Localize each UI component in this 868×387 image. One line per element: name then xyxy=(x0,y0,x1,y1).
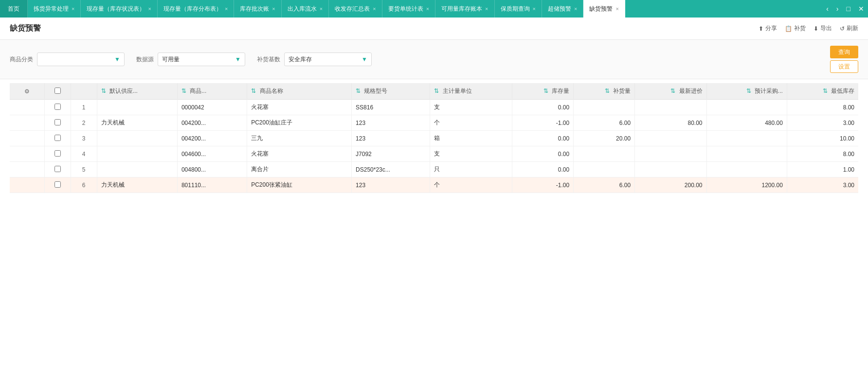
tab-7-label: 要货单统计表 xyxy=(388,5,423,13)
tab-5[interactable]: 出入库流水 × xyxy=(282,0,329,18)
row-latest-price-cell xyxy=(635,162,706,177)
share-icon: ⬆ xyxy=(759,25,763,32)
row-spec-cell: J7092 xyxy=(352,146,430,162)
tab-7-close[interactable]: × xyxy=(426,6,429,12)
refresh-button[interactable]: ↺ 刷新 xyxy=(840,24,858,33)
row-checkbox-3[interactable] xyxy=(54,150,61,157)
tab-4[interactable]: 库存批次账 × xyxy=(234,0,281,18)
tab-8-close[interactable]: × xyxy=(485,6,488,12)
row-code-cell: 004600... xyxy=(177,146,247,162)
row-checkbox-2[interactable] xyxy=(54,135,61,141)
tab-1[interactable]: 拣货异常处理 × xyxy=(28,0,81,18)
th-num xyxy=(71,83,97,100)
row-settings-cell xyxy=(10,162,45,177)
row-spec-cell: 123 xyxy=(352,177,430,193)
tab-next-button[interactable]: › xyxy=(832,0,843,18)
tab-3[interactable]: 现存量（库存分布表） × xyxy=(158,0,234,18)
tab-9[interactable]: 保质期查询 × xyxy=(495,0,542,18)
tab-6-label: 收发存汇总表 xyxy=(335,5,370,13)
row-replenish-cell: 20.00 xyxy=(574,131,635,146)
tab-close-all-button[interactable]: ✕ xyxy=(854,0,868,18)
row-checkbox-4[interactable] xyxy=(54,166,61,172)
query-button[interactable]: 查询 xyxy=(830,46,858,58)
tab-10-label: 超储预警 xyxy=(548,5,571,13)
filter-bar: 商品分类 ▼ 数据源 可用量 ▼ 补货基数 安全库存 ▼ 查询 设置 xyxy=(0,40,868,79)
tab-11[interactable]: 缺货预警 × xyxy=(583,0,625,18)
row-unit-cell: 支 xyxy=(430,146,512,162)
replenish-label: 补货 xyxy=(794,24,806,33)
export-button[interactable]: ⬇ 导出 xyxy=(814,24,832,33)
replenish-base-label: 补货基数 xyxy=(257,55,280,64)
page-title: 缺货预警 xyxy=(10,23,759,34)
replenish-base-arrow-icon: ▼ xyxy=(362,56,367,63)
table-row: 2 力天机械 004200... PC200油缸庄子 123 个 -1.00 6… xyxy=(10,115,858,131)
row-checkbox-0[interactable] xyxy=(54,104,61,110)
replenish-icon: 📋 xyxy=(785,25,792,32)
tab-3-close[interactable]: × xyxy=(225,6,228,12)
replenish-base-select[interactable]: 安全库存 ▼ xyxy=(284,53,372,66)
row-spec-cell: SS816 xyxy=(352,100,430,115)
tab-5-close[interactable]: × xyxy=(320,6,323,12)
data-table: ⚙ ⇅ 默认供应... ⇅ 商品... ⇅ xyxy=(10,83,858,193)
tab-2[interactable]: 现存量（库存状况表） × xyxy=(81,0,157,18)
row-checkbox-cell xyxy=(45,115,71,131)
th-est-purchase: ⇅ 预计采购... xyxy=(706,83,787,100)
select-all-checkbox[interactable] xyxy=(54,88,61,94)
tab-6-close[interactable]: × xyxy=(373,6,376,12)
sort-icon-5: ⇅ xyxy=(434,88,439,94)
tab-restore-button[interactable]: □ xyxy=(843,0,854,18)
th-spec: ⇅ 规格型号 xyxy=(352,83,430,100)
row-code-cell: 004200... xyxy=(177,115,247,131)
tab-10-close[interactable]: × xyxy=(574,6,577,12)
tab-home[interactable]: 首页 xyxy=(0,0,28,18)
tab-2-label: 现存量（库存状况表） xyxy=(87,5,145,13)
sort-icon-2: ⇅ xyxy=(181,88,186,94)
share-button[interactable]: ⬆ 分享 xyxy=(759,24,777,33)
row-supplier-cell: 力天机械 xyxy=(97,177,177,193)
tab-7[interactable]: 要货单统计表 × xyxy=(382,0,435,18)
th-name: ⇅ 商品名称 xyxy=(247,83,352,100)
export-icon: ⬇ xyxy=(814,25,818,32)
tab-prev-button[interactable]: ‹ xyxy=(822,0,832,18)
row-min-stock-cell: 8.00 xyxy=(787,146,858,162)
row-checkbox-cell xyxy=(45,162,71,177)
row-stock-cell: 0.00 xyxy=(512,131,574,146)
row-stock-cell: 0.00 xyxy=(512,162,574,177)
table-row: 1 0000042 火花塞 SS816 支 0.00 8.00 xyxy=(10,100,858,115)
tab-10[interactable]: 超储预警 × xyxy=(542,0,583,18)
tab-9-close[interactable]: × xyxy=(533,6,536,12)
refresh-label: 刷新 xyxy=(847,24,858,33)
settings-button[interactable]: 设置 xyxy=(830,60,858,73)
tab-2-close[interactable]: × xyxy=(148,6,151,12)
th-checkbox xyxy=(45,83,71,100)
th-name-label: 商品名称 xyxy=(260,88,283,94)
tab-1-close[interactable]: × xyxy=(72,6,74,12)
row-code-cell: 004200... xyxy=(177,131,247,146)
row-checkbox-1[interactable] xyxy=(54,119,61,125)
tab-6[interactable]: 收发存汇总表 × xyxy=(329,0,382,18)
page-header: 缺货预警 ⬆ 分享 📋 补货 ⬇ 导出 ↺ 刷新 xyxy=(0,18,868,40)
row-num-cell: 3 xyxy=(71,131,97,146)
row-min-stock-cell: 10.00 xyxy=(787,131,858,146)
row-min-stock-cell: 1.00 xyxy=(787,162,858,177)
gear-icon[interactable]: ⚙ xyxy=(24,88,30,95)
replenish-button[interactable]: 📋 补货 xyxy=(785,24,806,33)
row-unit-cell: 个 xyxy=(430,177,512,193)
row-settings-cell xyxy=(10,177,45,193)
row-est-purchase-cell: 1200.00 xyxy=(706,177,787,193)
row-spec-cell: 123 xyxy=(352,115,430,131)
tab-4-close[interactable]: × xyxy=(272,6,275,12)
share-label: 分享 xyxy=(765,24,777,33)
tab-1-label: 拣货异常处理 xyxy=(34,5,69,13)
replenish-base-filter-group: 补货基数 安全库存 ▼ xyxy=(257,53,372,66)
category-select[interactable]: ▼ xyxy=(37,53,125,66)
table-row: 3 004200... 三九 123 箱 0.00 20.00 10.00 xyxy=(10,131,858,146)
tab-11-close[interactable]: × xyxy=(615,6,618,12)
datasource-select[interactable]: 可用量 ▼ xyxy=(158,53,245,66)
tab-8[interactable]: 可用量库存账本 × xyxy=(435,0,494,18)
th-est-purchase-label: 预计采购... xyxy=(755,88,783,94)
th-settings: ⚙ xyxy=(10,83,45,100)
header-actions: ⬆ 分享 📋 补货 ⬇ 导出 ↺ 刷新 xyxy=(759,24,858,33)
category-filter-group: 商品分类 ▼ xyxy=(10,53,125,66)
row-checkbox-5[interactable] xyxy=(54,181,61,188)
